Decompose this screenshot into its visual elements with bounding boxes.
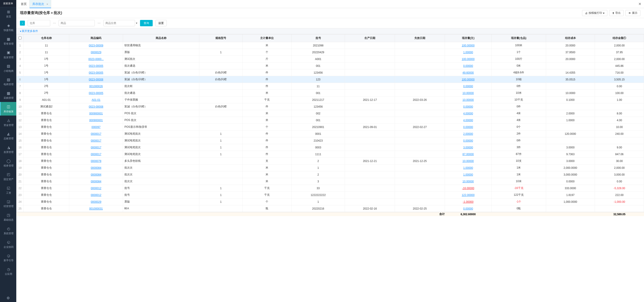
sidebar-item-salary[interactable]: ◱ 工资 [0,183,16,197]
row-code[interactable]: 0000084 [69,171,123,178]
tab-inventory-batch[interactable]: 库存批次 ✕ [30,0,51,8]
row-qty-main[interactable]: 1.00000 [445,49,492,56]
sidebar-item-guide[interactable]: ◶ 新手引导 [0,251,16,265]
row-code[interactable]: 0023-00005 [69,90,123,96]
table-row[interactable]: 6 1号 0023-00008 富誠（白色/闪橙） 白色/闪橙 件 123 10… [16,76,644,83]
row-code[interactable]: 0023-00008 [69,76,123,83]
table-row[interactable]: 4 1号 0023-00005 批次遴选 米 001 0.00000 0米 44… [16,63,644,69]
table-row[interactable]: 22 蔷蔷仓仓 0000012 批号 1 千克 33 -16.00000 -16… [16,185,644,192]
tab-close-icon[interactable]: ✕ [46,3,48,6]
table-row[interactable]: 7 2号 001000026 批次框 件 11 0.00000 0件 0.00 [16,83,644,90]
row-qty-main[interactable]: 49.60000 [445,69,492,76]
category-dropdown-icon[interactable]: ▾ [136,22,137,25]
row-qty-main[interactable]: 100.00000 [445,42,492,49]
table-container[interactable]: 仓库名称 商品编码 商品名称 规格型号 主计量单位 批号 生产日期 失效日期 现… [16,34,644,302]
row-qty-main[interactable]: 0.00000 [445,124,492,130]
table-row[interactable]: 12 蔷蔷仓仓 000900001 POS 批次 米 001 4.00000 4… [16,117,644,124]
row-qty-main[interactable]: 10.00000 [445,178,492,185]
row-code[interactable]: 0000084 [69,178,123,185]
row-qty-main[interactable]: 0.00000 [445,137,492,144]
row-qty-main[interactable]: 10.00000 [445,90,492,96]
row-code[interactable]: 0000017 [69,144,123,151]
row-code[interactable]: 0000017 [69,137,123,144]
sidebar-item-cloud[interactable]: ◷ 云应用 [0,265,16,278]
table-row[interactable]: 20 蔷蔷仓仓 0000084 批次次 米 2 1.00000 1米 3,000… [16,171,644,178]
sidebar-item-system[interactable]: ◴ 系统管理 [0,224,16,238]
table-row[interactable]: 3 1号 0023-0000... 测试批次 斤 A001 100.00000 … [16,56,644,63]
sidebar-item-invoice[interactable]: ◮ 发票管理 [0,143,16,156]
row-qty-main[interactable]: 0.00000 [445,63,492,69]
row-code[interactable]: 0000029 [69,199,123,205]
row-code[interactable]: 0000012 [69,192,123,199]
warehouse-dots[interactable]: ··· [53,21,56,25]
settings-button[interactable]: 设置 [156,20,167,26]
col-checkbox[interactable] [16,35,24,42]
table-row[interactable]: 18 蔷蔷仓仓 0000078 多头异色软线 支 2 2021-12-21 20… [16,158,644,165]
print-template-button[interactable]: 🖨 按模板打印 ▾ [582,10,607,16]
row-code[interactable]: 0023-00008 [69,103,123,110]
table-row[interactable]: 10 测试遴选2 0023-00008 富誠（白色/闪橙） 白色/闪橙 件 12… [16,103,644,110]
table-row[interactable]: 5 1号 0023-00005 富誠（白色/闪橙） 白色/闪橙 件 123456… [16,69,644,76]
row-code[interactable]: 000900001 [69,110,123,117]
row-code[interactable]: 001000031 [69,205,123,212]
product-input[interactable] [58,20,95,26]
row-qty-main[interactable]: 2.00000 [445,130,492,137]
sidebar-item-purchase[interactable]: ▩ 采购管理 [0,89,16,102]
row-qty-main[interactable]: 100.00000 [445,76,492,83]
sidebar-item-home[interactable]: ⊞ 首页 [0,7,16,21]
sidebar-item-inventory[interactable]: ◫ 库存核算 [0,102,16,115]
row-qty-main[interactable]: 0.00000 [445,205,492,212]
row-qty-main[interactable]: 0.00000 [445,83,492,90]
row-qty-main[interactable]: 122.00000 [445,192,492,199]
table-row[interactable]: 8 2号 0023-00005 批次遴选 米 001 10.00000 10米 … [16,90,644,96]
expand-conditions-button[interactable]: ▾ 展开更多条件 [20,29,640,33]
sidebar-item-operations[interactable]: ◲ 经营管理 [0,197,16,210]
row-code[interactable]: 0023-00009 [69,42,123,49]
row-qty-main[interactable]: 4.00000 [445,117,492,124]
table-row[interactable]: 17 蔷蔷仓仓 0000017 测试电笔批次 1 件 1111 87.00000… [16,151,644,158]
sidebar-item-quick-nav[interactable]: ◈ 快捷导航 [0,21,16,35]
table-row[interactable]: 25 蔷蔷仓仓 001000031 蚌A 瓶 20220216 2022-02-… [16,205,644,212]
table-row[interactable]: 13 蔷蔷仓仓 000097 POS显示率/除异常 个 20210901 202… [16,124,644,130]
sidebar-item-mini-ecom[interactable]: ▧ 小程电商 [0,61,16,75]
row-qty-main[interactable]: 10.00000 [445,158,492,165]
sidebar-item-ledger[interactable]: ◭ 总账管理 [0,129,16,143]
sidebar-item-basic-info[interactable]: ◳ 基础信息 [0,210,16,224]
row-qty-main[interactable]: 10.00000 [445,96,492,103]
row-code[interactable]: 0000012 [69,185,123,192]
display-button[interactable]: 👁 展示 [626,10,640,16]
sidebar-item-ecom[interactable]: ▨ 电商管理 [0,75,16,89]
row-qty-main[interactable]: 3.00000 [445,144,492,151]
table-row[interactable]: 9 A01-01 A01-01 子件保票频 千克 20211217 2021-1… [16,96,644,103]
search-button[interactable]: 查询 [140,20,153,26]
category-input[interactable] [103,20,135,26]
sidebar-settings[interactable]: ⚙ [0,294,16,302]
sidebar-item-collab[interactable]: ◵ 企业协同 [0,237,16,251]
row-qty-main[interactable]: 1.00000 [445,171,492,178]
row-qty-main[interactable]: -16.00000 [445,185,492,192]
sidebar-item-fixed-assets[interactable]: ◰ 固定资产 [0,170,16,183]
table-row[interactable]: 23 蔷蔷仓仓 0000012 批号 1 千克 1222222222 122.0… [16,192,644,199]
row-qty-main[interactable]: 87.00000 [445,151,492,158]
row-code[interactable]: 000900001 [69,117,123,124]
row-code[interactable]: 000097 [69,124,123,130]
row-qty-main[interactable]: 100.00000 [445,56,492,63]
product-dots[interactable]: ··· [98,21,100,25]
row-code[interactable]: 0000017 [69,130,123,137]
sidebar-item-retail[interactable]: ▦ 零售管理 [0,35,16,48]
table-row[interactable]: 16 蔷蔷仓仓 0000017 测试电笔批次 1 件 0003 3.00000 … [16,144,644,151]
table-row[interactable]: 14 蔷蔷仓仓 0000017 测试电笔批次 1 件 0001 2.00000 … [16,130,644,137]
sidebar-item-tax[interactable]: ◯ 税务管理 [0,156,16,170]
table-row[interactable]: 1 11 0023-00009 软饮通用物流 米 2021098 100.000… [16,42,644,49]
window-close-button[interactable]: ✕ [638,2,641,6]
row-code[interactable]: 0000084 [69,165,123,171]
table-row[interactable]: 19 蔷蔷仓仓 0000084 批次次 米 1 1.00000 1米 2,000… [16,165,644,171]
row-qty-main[interactable]: 4.00000 [445,110,492,117]
row-code[interactable]: 0000017 [69,151,123,158]
row-code[interactable]: 001000026 [69,83,123,90]
tab-home[interactable]: 首页 [18,0,30,8]
table-row[interactable]: 15 蔷蔷仓仓 0000017 测试电笔批次 1 件 210423 0.0000… [16,137,644,144]
row-qty-main[interactable]: -1.00000 [445,199,492,205]
row-code[interactable]: 0000029 [69,49,123,56]
select-all-checkbox[interactable] [18,37,22,39]
